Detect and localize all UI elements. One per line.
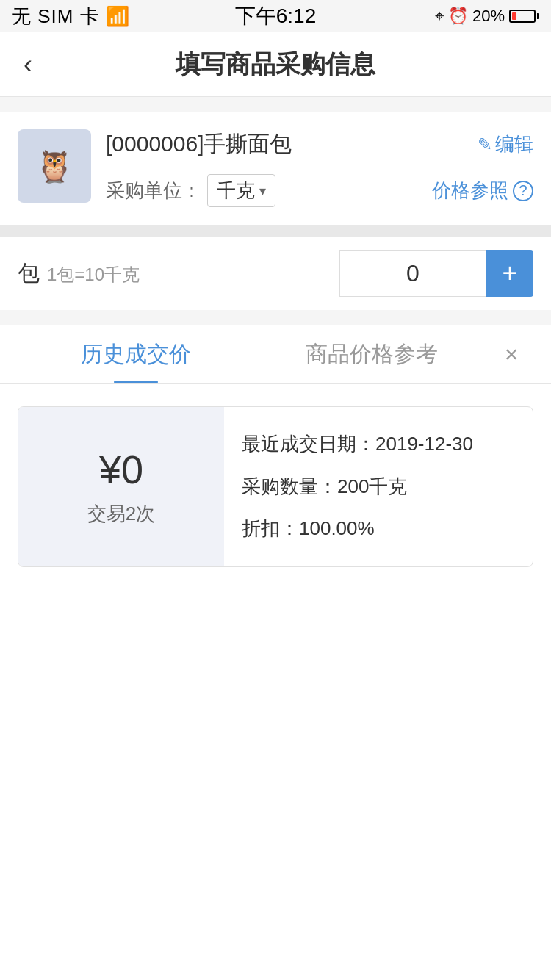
- chevron-down-icon: ▾: [259, 183, 266, 199]
- location-icon: ⌖: [435, 7, 444, 26]
- history-price-summary: ¥0 交易2次: [18, 407, 224, 566]
- product-thumbnail: 🦉: [18, 129, 91, 203]
- quantity-value: 0: [406, 260, 419, 287]
- unit-select[interactable]: 千克 ▾: [207, 174, 276, 207]
- quantity-unit: 包: [18, 259, 40, 289]
- purchase-quantity-label: 采购数量：: [242, 475, 337, 497]
- nav-bar: ‹ 填写商品采购信息: [0, 32, 551, 97]
- quantity-conversion: 1包=10千克: [47, 263, 140, 287]
- battery-icon: [509, 10, 539, 23]
- page-title: 填写商品采购信息: [176, 48, 375, 82]
- status-time: 下午6:12: [235, 2, 317, 30]
- quantity-input-group: 0 +: [339, 250, 533, 297]
- tab-close-button[interactable]: ×: [489, 325, 533, 383]
- product-details: [0000006]手撕面包 ✎ 编辑 采购单位： 千克 ▾ 价格参照 ?: [106, 129, 533, 207]
- status-bar: 无 SIM 卡 📶 下午6:12 ⌖ ⏰ 20%: [0, 0, 551, 32]
- price-ref-label: 价格参照: [432, 178, 508, 203]
- quantity-label-group: 包 1包=10千克: [18, 259, 140, 289]
- history-details: 最近成交日期：2019-12-30 采购数量：200千克 折扣：100.00%: [224, 407, 533, 566]
- help-icon: ?: [513, 181, 533, 201]
- bottom-area: [0, 589, 551, 980]
- purchase-quantity-item: 采购数量：200千克: [242, 472, 515, 502]
- quantity-row: 包 1包=10千克 0 +: [0, 237, 551, 310]
- status-right-icons: ⌖ ⏰ 20%: [435, 7, 539, 26]
- discount-label: 折扣：: [242, 517, 299, 539]
- purchase-quantity-value: 200千克: [337, 475, 407, 497]
- battery-percent: 20%: [472, 7, 505, 26]
- unit-value: 千克: [217, 178, 255, 203]
- edit-label: 编辑: [495, 131, 533, 157]
- product-logo-icon: 🦉: [35, 148, 73, 184]
- discount-item: 折扣：100.00%: [242, 514, 515, 544]
- edit-button[interactable]: ✎ 编辑: [478, 131, 533, 157]
- product-name: [0000006]手撕面包: [106, 129, 292, 159]
- tab-history-price[interactable]: 历史成交价: [18, 325, 253, 383]
- latest-date-label: 最近成交日期：: [242, 433, 375, 455]
- currency-symbol: ¥: [99, 447, 121, 491]
- section-divider: [0, 225, 551, 237]
- quantity-input[interactable]: 0: [339, 250, 486, 297]
- product-unit-row: 采购单位： 千克 ▾ 价格参照 ?: [106, 174, 533, 207]
- history-card: ¥0 交易2次 最近成交日期：2019-12-30 采购数量：200千克 折扣：…: [18, 406, 533, 567]
- history-content: ¥0 交易2次 最近成交日期：2019-12-30 采购数量：200千克 折扣：…: [0, 384, 551, 589]
- alarm-icon: ⏰: [448, 7, 468, 26]
- unit-label-text: 采购单位：: [106, 178, 201, 203]
- quantity-plus-button[interactable]: +: [486, 250, 533, 297]
- product-header: [0000006]手撕面包 ✎ 编辑: [106, 129, 533, 159]
- history-trades-count: 交易2次: [87, 501, 155, 527]
- tabs-header: 历史成交价 商品价格参考 ×: [0, 325, 551, 384]
- product-card: 🦉 [0000006]手撕面包 ✎ 编辑 采购单位： 千克 ▾ 价格参照 ?: [0, 112, 551, 225]
- latest-date-item: 最近成交日期：2019-12-30: [242, 429, 515, 460]
- price-number: 0: [121, 447, 143, 491]
- history-price-value: ¥0: [99, 447, 143, 492]
- discount-value: 100.00%: [299, 517, 375, 539]
- latest-date-value: 2019-12-30: [375, 433, 473, 455]
- carrier-info: 无 SIM 卡 📶: [12, 4, 130, 29]
- tabs-section: 历史成交价 商品价格参考 × ¥0 交易2次 最近成交日期：2019-12-30…: [0, 325, 551, 589]
- price-reference-button[interactable]: 价格参照 ?: [432, 178, 533, 203]
- back-button[interactable]: ‹: [18, 43, 38, 86]
- tab-price-reference[interactable]: 商品价格参考: [253, 325, 489, 383]
- unit-label: 采购单位： 千克 ▾: [106, 174, 276, 207]
- edit-icon: ✎: [478, 134, 492, 155]
